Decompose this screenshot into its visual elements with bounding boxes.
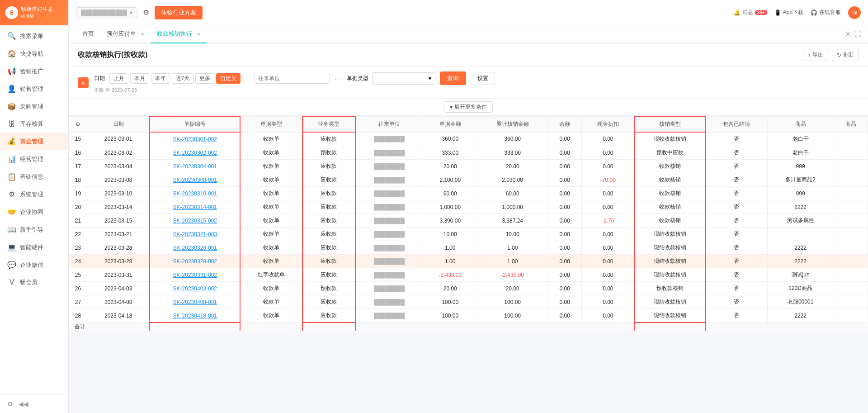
th-order-no[interactable]: 单据编号 xyxy=(150,116,240,132)
export-button[interactable]: ↑ 导出 xyxy=(803,49,828,61)
th-cancel-type[interactable]: 核销类型 xyxy=(634,116,705,132)
settings-icon[interactable]: ⚙ xyxy=(7,400,13,408)
th-date[interactable]: 日期 xyxy=(87,116,150,132)
query-button[interactable]: 查询 xyxy=(440,71,466,85)
order-no-link[interactable]: SK-20230301-002 xyxy=(173,136,217,142)
filter-toggle-button[interactable]: » xyxy=(78,77,89,88)
order-no-link[interactable]: SK-20230304-001 xyxy=(173,163,217,170)
order-no-link[interactable]: SK-20230314-001 xyxy=(173,204,217,210)
cell-cash-discount: 0.00 xyxy=(582,146,634,160)
sidebar-item-label: 搜索菜单 xyxy=(20,32,43,40)
notification-item[interactable]: 🔔 消息 99+ xyxy=(734,9,767,16)
sidebar-item-inventory[interactable]: 🗄 库存核算 xyxy=(0,115,68,133)
order-no-link[interactable]: SK-20230328-002 xyxy=(173,258,217,265)
sidebar-item-operation[interactable]: 📊 经营管理 xyxy=(0,150,68,168)
order-no-link[interactable]: SK-20230331-002 xyxy=(173,272,217,278)
th-biz-type[interactable]: 业务类型 xyxy=(302,116,355,132)
cell-date: 2023-03-08 xyxy=(87,173,150,187)
topbar-left: ████████████ ▾ ⚙ 体验行业方案 xyxy=(76,6,203,19)
sidebar-item-label: 新手引导 xyxy=(20,226,43,234)
cell-balance: 0.00 xyxy=(548,268,582,282)
notification-badge: 99+ xyxy=(755,10,767,15)
tab-prepay-bills[interactable]: 预付应付单 ✕ xyxy=(100,25,151,43)
th-cash-discount[interactable]: 现金折扣 xyxy=(582,116,634,132)
order-no-link[interactable]: SK-20230308-001 xyxy=(173,177,217,183)
cell-biz-type: 应收款 xyxy=(302,295,355,309)
sidebar-item-smart-hardware[interactable]: 💻 智能硬件 xyxy=(0,238,68,256)
tab-collection-verify[interactable]: 收款核销执行 ✕ xyxy=(151,25,207,43)
wechat-icon: 💬 xyxy=(7,261,16,269)
sidebar-item-sales[interactable]: 👤 销售管理 xyxy=(0,80,68,98)
order-no-link[interactable]: SK-20230302-002 xyxy=(173,150,217,156)
sidebar-item-purchase[interactable]: 📦 采购管理 xyxy=(0,98,68,115)
sidebar-item-vip[interactable]: V 畅会员 xyxy=(0,274,68,291)
order-no-link[interactable]: SK-20230418-001 xyxy=(173,313,217,319)
unit-filter xyxy=(254,73,330,84)
unit-input[interactable] xyxy=(254,73,330,84)
cell-unit: ████████ xyxy=(355,295,423,309)
filter-settings-button[interactable]: 设置 xyxy=(471,72,495,85)
order-no-link[interactable]: SK-20230403-002 xyxy=(173,285,217,292)
refresh-button[interactable]: ↻ 刷新 xyxy=(832,49,859,61)
cell-no: 28 xyxy=(69,309,87,323)
cell-order-no: SK-20230328-002 xyxy=(150,255,240,268)
th-bill-amount[interactable]: 单据金额 xyxy=(423,116,477,132)
page-header: 收款核销执行(按收款) ↑ 导出 ↻ 刷新 xyxy=(69,43,868,67)
cell-cancel-type: 收款核销 xyxy=(634,200,705,214)
tab-home[interactable]: 首页 xyxy=(76,25,100,43)
sidebar-item-search-menu[interactable]: 🔍 搜索菜单 xyxy=(0,27,68,45)
industry-solution-button[interactable]: 体验行业方案 xyxy=(155,6,203,19)
tab-close-button[interactable]: ✕ xyxy=(845,30,851,38)
sidebar-item-enterprise-wechat[interactable]: 💬 企业微信 xyxy=(0,256,68,274)
sidebar-item-system[interactable]: ⚙ 系统管理 xyxy=(0,185,68,203)
company-selector[interactable]: ████████████ ▾ xyxy=(76,7,137,18)
online-service-item[interactable]: 🎧 在线客服 xyxy=(811,9,841,16)
order-no-link[interactable]: SK-20230310-001 xyxy=(173,190,217,197)
cell-bill-type: 红字收款单 xyxy=(240,268,302,282)
last-7days-button[interactable]: 近7天 xyxy=(172,73,194,84)
th-unit[interactable]: 往来单位 xyxy=(355,116,423,132)
table-row: 22 2023-03-21 SK-20230321-003 收款单 应收款 ██… xyxy=(69,228,868,241)
cell-balance: 0.00 xyxy=(548,214,582,228)
cell-include-settled: 否 xyxy=(706,173,767,187)
th-goods[interactable]: 商品 xyxy=(767,116,834,132)
sidebar-item-enterprise-collab[interactable]: 🤝 企业协同 xyxy=(0,203,68,221)
custom-date-button[interactable]: 自定义 xyxy=(216,73,241,84)
cell-unit: ████████ xyxy=(355,160,423,173)
bill-type-select[interactable]: ▾ xyxy=(372,72,435,85)
sidebar-item-beginner[interactable]: 📖 新手引导 xyxy=(0,221,68,238)
sidebar-item-fund[interactable]: 💰 资金管理 xyxy=(0,133,68,150)
cell-order-no: SK-20230310-001 xyxy=(150,187,240,200)
tab-collection-close-icon[interactable]: ✕ xyxy=(197,32,200,37)
cell-unit: ████████ xyxy=(355,255,423,268)
tab-prepay-close-icon[interactable]: ✕ xyxy=(141,32,144,37)
cell-unit: ████████ xyxy=(355,187,423,200)
expand-more-button[interactable]: ▾ 展开更多条件 xyxy=(444,101,493,113)
order-no-link[interactable]: SK-20230321-003 xyxy=(173,231,217,237)
sidebar-item-basic-info[interactable]: 📋 基础信息 xyxy=(0,168,68,185)
order-no-link[interactable]: SK-20230328-001 xyxy=(173,245,217,251)
cell-bill-amount: 3,390.00 xyxy=(423,214,477,228)
user-avatar[interactable]: Rit xyxy=(848,6,861,19)
this-year-button[interactable]: 本年 xyxy=(151,73,170,84)
more-button[interactable]: 更多 xyxy=(195,73,214,84)
this-month-button[interactable]: 本月 xyxy=(130,73,149,84)
th-accum-cancel[interactable]: 累计核销金额 xyxy=(477,116,548,132)
app-download-item[interactable]: 📱 App下载 xyxy=(774,9,803,16)
sidebar-logo: 6 畅康道好生意 标准版 xyxy=(0,0,68,25)
sidebar-item-marketing[interactable]: 📢 营销推广 xyxy=(0,62,68,80)
last-month-button[interactable]: 上月 xyxy=(109,73,128,84)
cell-bill-amount: 360.00 xyxy=(423,132,477,146)
tab-maximize-button[interactable]: ⛶ xyxy=(854,30,861,38)
th-balance[interactable]: 余额 xyxy=(548,116,582,132)
tab-collection-label: 收款核销执行 xyxy=(157,30,192,38)
th-gear[interactable]: ⚙ xyxy=(69,116,87,132)
collapse-icon[interactable]: ◀◀ xyxy=(19,400,28,408)
th-include-settled[interactable]: 包含已结清 xyxy=(706,116,767,132)
order-no-link[interactable]: SK-20230315-002 xyxy=(173,218,217,224)
th-bill-type[interactable]: 单据类型 xyxy=(240,116,302,132)
th-goods2[interactable]: 商品 xyxy=(834,116,868,132)
topbar-gear-icon[interactable]: ⚙ xyxy=(143,8,149,17)
order-no-link[interactable]: SK-20230408-001 xyxy=(173,299,217,305)
sidebar-item-quick-nav[interactable]: 🏠 快捷导航 xyxy=(0,45,68,62)
